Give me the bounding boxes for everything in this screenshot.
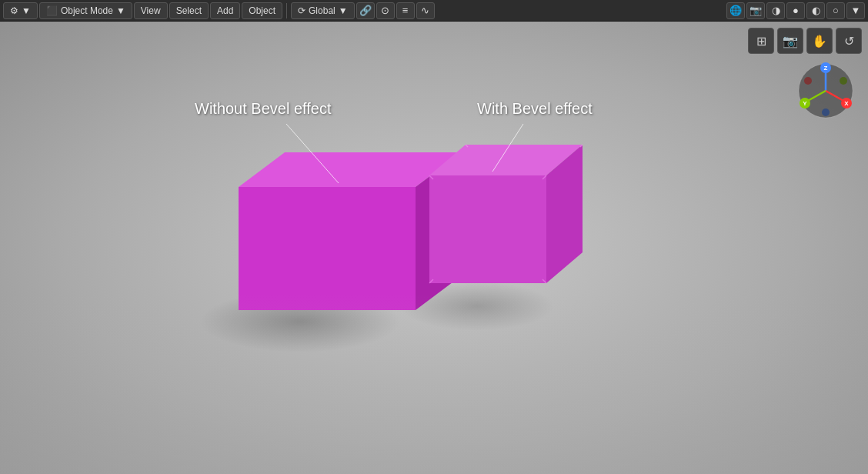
object-label: Object [249,5,275,16]
svg-marker-5 [429,175,546,283]
svg-marker-3 [239,152,462,187]
svg-text:Without Bevel effect: Without Bevel effect [195,100,332,117]
select-label: Select [176,5,202,16]
cube-icon: ⬛ [46,5,58,16]
svg-line-8 [429,175,433,179]
rotate-button[interactable]: ↺ [836,28,862,54]
toolbar-icon-3[interactable]: ≡ [396,2,415,19]
svg-point-1 [400,282,554,331]
add-label: Add [217,5,233,16]
svg-line-12 [466,145,468,147]
transform-arrow: ▼ [339,5,348,16]
overlay-icons-panel: ⊞ 📷 ✋ ↺ [748,28,862,54]
viewport-shading-1[interactable]: ◑ [766,2,785,19]
separator-1 [286,3,287,18]
shading-icon-3: ◐ [812,5,820,16]
editor-type-arrow: ▼ [22,5,31,16]
svg-text:With Bevel effect: With Bevel effect [477,100,593,117]
svg-marker-6 [429,145,583,175]
shading-icon-2: ● [793,5,799,16]
svg-text:X: X [844,100,849,107]
options-icon: ≡ [402,5,409,16]
grab-icon: ✋ [812,34,827,48]
transform-label: Global [309,5,336,16]
render-button[interactable]: 📷 [746,2,765,19]
svg-line-13 [580,145,583,147]
svg-point-28 [822,108,830,116]
svg-text:Z: Z [824,65,828,72]
svg-point-0 [200,291,400,352]
svg-text:Y: Y [803,100,807,107]
extras-icon: ▼ [851,5,861,16]
shading-icon-1: ◑ [772,5,780,16]
transform-dropdown[interactable]: ⟳ Global ▼ [291,2,355,19]
viewport[interactable]: Without Bevel effect With Bevel effect ⊞… [0,22,868,474]
shading-icon-4: ○ [833,5,839,16]
extras-button[interactable]: ▼ [846,2,865,19]
toolbar-icon-4[interactable]: ∿ [416,2,435,19]
rotate-icon: ↺ [844,34,854,48]
viewport-shading-4[interactable]: ○ [826,2,845,19]
grab-button[interactable]: ✋ [806,28,833,54]
svg-line-10 [429,279,433,283]
svg-marker-2 [239,187,416,310]
svg-marker-7 [546,145,583,283]
editor-type-button[interactable]: ⚙ ▼ [3,2,38,19]
snap-button[interactable]: 🔗 [356,2,375,19]
svg-marker-4 [416,152,462,310]
proportional-icon: ⊙ [381,5,389,16]
svg-line-15 [492,124,523,172]
object-menu[interactable]: Object [242,2,282,19]
render-icon: 📷 [749,5,762,16]
svg-line-14 [286,124,339,183]
axis-gizmo-svg: Z X Y [795,60,856,122]
mode-label: Object Mode [61,5,113,16]
object-mode-dropdown[interactable]: ⬛ Object Mode ▼ [39,2,132,19]
grid-icon: ⊞ [756,34,766,48]
axis-gizmo[interactable]: Z X Y [795,60,856,122]
scene-icon: 🌐 [729,5,742,16]
camera-overlay-button[interactable]: 📷 [777,28,803,54]
view-menu[interactable]: View [134,2,168,19]
transform-icon: ⟳ [298,5,305,16]
3d-scene: Without Bevel effect With Bevel effect [0,22,868,474]
viewport-shading-3[interactable]: ◐ [806,2,825,19]
svg-line-9 [542,175,546,179]
editor-type-icon: ⚙ [10,5,18,16]
toolbar: ⚙ ▼ ⬛ Object Mode ▼ View Select Add Obje… [0,0,868,22]
add-menu[interactable]: Add [210,2,240,19]
snap-icon: 🔗 [359,5,372,16]
svg-point-30 [840,77,847,85]
mode-arrow: ▼ [116,5,125,16]
svg-point-29 [804,77,812,85]
camera-icon: 📷 [783,34,798,48]
viewport-shading-2[interactable]: ● [786,2,805,19]
wave-icon: ∿ [421,5,429,16]
select-menu[interactable]: Select [169,2,209,19]
grid-overlay-button[interactable]: ⊞ [748,28,774,54]
view-label: View [141,5,161,16]
scene-button[interactable]: 🌐 [726,2,745,19]
proportional-edit-button[interactable]: ⊙ [376,2,395,19]
svg-line-11 [542,279,546,283]
